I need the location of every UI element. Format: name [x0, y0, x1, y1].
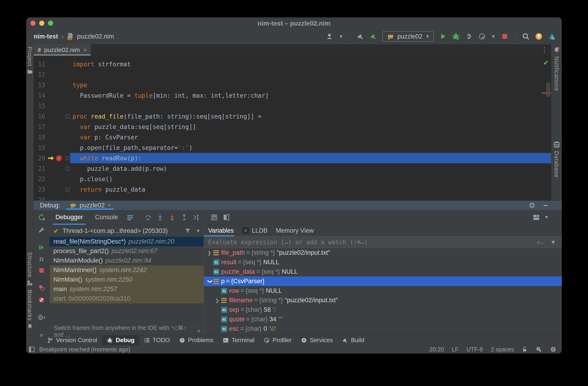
- fold-zone[interactable]: [63, 187, 70, 191]
- code-text[interactable]: var puzzle_data:seq[seq[string]]: [70, 122, 551, 132]
- fold-marker-mid[interactable]: [66, 166, 69, 170]
- gutter[interactable]: 19: [34, 142, 70, 153]
- stop-process-icon[interactable]: [39, 267, 44, 273]
- code-text[interactable]: [70, 69, 551, 80]
- status-segment[interactable]: 2 spaces: [491, 346, 514, 353]
- resume-program-icon[interactable]: [38, 244, 45, 251]
- thread-selector[interactable]: ✔ Thread-1-<com.ap...thread> (205303) ▼: [50, 225, 204, 237]
- code-line[interactable]: 14 PasswordRule = tuple[min: int, max: i…: [34, 90, 551, 101]
- variable-row[interactable]: 01result={seq *}NULL: [204, 258, 562, 267]
- sidebar-item-structure[interactable]: Structure: [26, 252, 33, 286]
- gutter[interactable]: 17: [34, 122, 70, 132]
- toolwindow-button-build[interactable]: Build: [337, 335, 369, 345]
- search-everywhere-icon[interactable]: [522, 33, 530, 40]
- sidebar-item-project[interactable]: Project: [26, 47, 33, 74]
- code-text[interactable]: PasswordRule = tuple[min: int, max: int,…: [70, 90, 551, 101]
- gutter-markers[interactable]: ✓: [45, 155, 63, 161]
- frame-row[interactable]: NimMain()system.nim:2250: [50, 275, 204, 284]
- stop-button[interactable]: [501, 33, 509, 40]
- hint-close-icon[interactable]: ×: [197, 328, 200, 334]
- debug-settings-gear-icon[interactable]: ⚙: [529, 201, 535, 210]
- expand-chevron-icon[interactable]: ❮: [207, 277, 212, 285]
- debug-session-close-icon[interactable]: ×: [107, 202, 111, 208]
- run-button[interactable]: [439, 33, 447, 40]
- event-log-error-icon[interactable]: [550, 346, 556, 352]
- gutter[interactable]: 15: [34, 101, 70, 111]
- gutter[interactable]: 24: [34, 195, 70, 201]
- toolwindow-button-profiler[interactable]: Profiler: [259, 335, 296, 345]
- expand-chevron-icon[interactable]: ❯: [205, 250, 213, 256]
- debug-settings-wrench-icon[interactable]: [38, 227, 45, 234]
- frame-row[interactable]: read_file(NimStringDesc*)puzzle02.nim:20: [50, 237, 204, 246]
- fold-zone[interactable]: [63, 156, 70, 160]
- gutter[interactable]: 12: [34, 69, 70, 80]
- code-line[interactable]: 21 puzzle_data.add(p.row): [34, 163, 551, 174]
- breadcrumb-file[interactable]: puzzle02.nim: [77, 33, 114, 40]
- breadcrumb-project[interactable]: nim-test: [34, 33, 58, 40]
- gutter[interactable]: 11: [34, 59, 70, 69]
- variable-row[interactable]: ❮p={CsvParser}: [204, 277, 562, 286]
- user-profile-icon[interactable]: [326, 33, 334, 40]
- profiler-toolbar-icon[interactable]: [478, 33, 486, 40]
- frame-row[interactable]: start0x00000002028ca310: [50, 294, 204, 304]
- tab-lldb[interactable]: >LLDB: [238, 225, 272, 236]
- code-line[interactable]: 15: [34, 101, 551, 111]
- toolwindow-button-terminal[interactable]: Terminal: [218, 335, 259, 345]
- tab-console[interactable]: Console: [89, 210, 124, 225]
- frame-row[interactable]: process_file_part2()puzzle02.nim:67: [50, 246, 204, 256]
- rerun-debug-icon[interactable]: [34, 213, 49, 221]
- threads-view-icon[interactable]: [126, 213, 134, 221]
- layout-columns-icon[interactable]: [222, 213, 230, 221]
- gutter[interactable]: 23: [34, 184, 70, 195]
- code-line[interactable]: 22 p.close(): [34, 174, 551, 184]
- mute-breakpoints-icon[interactable]: [38, 296, 45, 304]
- fold-marker-open[interactable]: [66, 114, 69, 118]
- sidebar-item-notifications[interactable]: Notifications: [551, 46, 562, 91]
- code-text[interactable]: [70, 195, 551, 201]
- fold-zone[interactable]: [63, 166, 70, 170]
- gutter[interactable]: 18: [34, 132, 70, 142]
- step-over-icon[interactable]: [144, 213, 152, 221]
- status-segment[interactable]: 20:20: [429, 346, 444, 353]
- ide-logo-icon[interactable]: [548, 33, 556, 40]
- editor-scrollbar[interactable]: [546, 82, 550, 97]
- variable-row[interactable]: 01puzzle_data={seq *}NULL: [204, 267, 562, 277]
- code-line[interactable]: 12: [34, 69, 551, 80]
- run-configuration-select[interactable]: puzzle02 ▼: [382, 31, 434, 42]
- code-text[interactable]: var p: CsvParser: [70, 132, 551, 142]
- code-text[interactable]: import strformat: [70, 59, 551, 69]
- variable-row[interactable]: 01row={seq *}NULL: [204, 286, 562, 296]
- code-text[interactable]: type: [70, 80, 551, 90]
- code-line[interactable]: 20✓ while readRow(p):: [34, 153, 551, 163]
- title-bar[interactable]: nim-test – puzzle02.nim: [26, 17, 562, 29]
- tool-window-toggle-icon[interactable]: [29, 346, 35, 353]
- code-with-me-icon[interactable]: ?: [535, 346, 542, 352]
- view-breakpoints-icon[interactable]: [38, 284, 45, 291]
- debugger-gear-icon[interactable]: ⚙▾: [37, 314, 45, 321]
- code-text[interactable]: proc read_file(file_path: string):seq[se…: [70, 111, 551, 122]
- force-step-into-icon[interactable]: [168, 213, 176, 221]
- evaluate-expression-bar[interactable]: Evaluate expression (↵) or add a watch (…: [204, 236, 562, 248]
- build-file-icon[interactable]: [369, 33, 377, 40]
- pause-program-icon[interactable]: [39, 256, 44, 262]
- run-with-coverage-icon[interactable]: [465, 33, 473, 40]
- gutter[interactable]: 20✓: [34, 153, 70, 163]
- tab-memory-view[interactable]: Memory View: [272, 225, 318, 236]
- gutter[interactable]: 13: [34, 80, 70, 90]
- profiler-dropdown-icon[interactable]: ▼: [491, 34, 496, 39]
- user-profile-dropdown-icon[interactable]: ▼: [339, 34, 343, 39]
- tab-variables[interactable]: Variables: [204, 225, 238, 236]
- sidebar-item-bookmarks[interactable]: Bookmarks: [26, 290, 33, 329]
- breakpoint-icon[interactable]: ✓: [56, 155, 62, 161]
- gutter[interactable]: 22: [34, 174, 70, 184]
- thread-dropdown-icon[interactable]: ▼: [196, 228, 200, 234]
- code-line[interactable]: 16proc read_file(file_path: string):seq[…: [34, 111, 551, 122]
- code-line[interactable]: 24: [34, 195, 551, 201]
- fold-marker-end[interactable]: [66, 187, 69, 191]
- status-message[interactable]: Breakpoint reached (moments ago): [39, 346, 130, 353]
- code-text[interactable]: p.open(file_path,separator=':'): [70, 142, 551, 153]
- code-text[interactable]: return puzzle_data: [70, 184, 551, 195]
- gutter[interactable]: 21: [34, 163, 70, 174]
- sidebar-item-database[interactable]: Database: [551, 141, 562, 178]
- hide-panel-icon[interactable]: −: [543, 201, 548, 210]
